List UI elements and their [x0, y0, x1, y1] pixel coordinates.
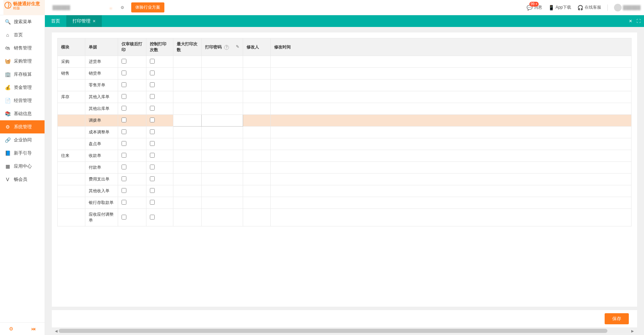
after-approve-checkbox[interactable] [122, 59, 126, 64]
sidebar-item-home[interactable]: ⌂首页 [0, 28, 45, 41]
after-approve-checkbox[interactable] [122, 141, 126, 146]
tab-fullscreen-button[interactable]: ⛶ [636, 19, 641, 24]
sidebar-item-cart[interactable]: 🛍销售管理 [0, 41, 45, 55]
cell-password[interactable] [202, 68, 243, 80]
cell-max-count[interactable] [173, 150, 202, 162]
industry-cta-button[interactable]: 体验行业方案 [131, 2, 164, 12]
topbar-right: 💬 消息 99 + 📱 App下载 🎧 在线客服 ██████ [527, 4, 641, 11]
sidebar-item-coop[interactable]: 🔗企业协同 [0, 133, 45, 147]
messages-badge: 99 + [529, 2, 539, 7]
close-icon[interactable]: ✕ [93, 19, 96, 24]
cell-doc: 费用支出单 [85, 174, 118, 185]
sidebar-item-report[interactable]: 📄经营管理 [0, 94, 45, 107]
sidebar-settings-button[interactable]: ⚙ [0, 323, 22, 335]
after-approve-checkbox[interactable] [122, 165, 126, 169]
cell-password[interactable] [202, 103, 243, 115]
sidebar-item-base[interactable]: 📚基础信息 [0, 107, 45, 120]
tab-close-all-button[interactable]: ✕ [629, 19, 632, 24]
cell-password[interactable] [202, 209, 243, 226]
messages-link[interactable]: 💬 消息 99 + [527, 4, 542, 10]
brand-logo[interactable]: 畅捷通好生意 精版 [3, 0, 45, 15]
after-approve-checkbox[interactable] [122, 94, 126, 99]
sidebar-collapse-button[interactable]: ⏮ [22, 323, 45, 335]
support-link[interactable]: 🎧 在线客服 [577, 4, 601, 10]
print-settings-panel: 模块 单据 仅审核后打印 控制打印次数 最大打印次数 打印密码 ? ✎ [52, 32, 637, 307]
cell-max-count[interactable] [173, 185, 202, 197]
ctrl-count-checkbox[interactable] [150, 129, 155, 134]
cell-password[interactable] [202, 115, 243, 127]
ctrl-count-checkbox[interactable] [150, 118, 155, 122]
cell-password[interactable] [202, 174, 243, 185]
after-approve-checkbox[interactable] [122, 71, 126, 75]
tab-1[interactable]: 打印管理✕ [66, 15, 102, 27]
cell-max-count[interactable] [173, 80, 202, 91]
cell-password[interactable] [202, 127, 243, 138]
cell-max-count[interactable] [173, 127, 202, 138]
cell-max-count[interactable] [173, 56, 202, 68]
after-approve-checkbox[interactable] [122, 82, 126, 87]
th-doc: 单据 [85, 38, 118, 56]
after-approve-checkbox[interactable] [122, 153, 126, 158]
cell-password[interactable] [202, 197, 243, 209]
horizontal-scrollbar[interactable]: ◀ ▶ [59, 329, 630, 333]
sidebar-item-stock[interactable]: 🏢库存核算 [0, 68, 45, 81]
cell-password[interactable] [202, 150, 243, 162]
cell-max-count[interactable] [173, 162, 202, 174]
ctrl-count-checkbox[interactable] [150, 200, 155, 205]
sidebar-item-guide[interactable]: 📘新手引导 [0, 147, 45, 160]
scroll-left-arrow[interactable]: ◀ [54, 329, 59, 333]
divider [607, 4, 608, 11]
after-approve-checkbox[interactable] [122, 215, 126, 220]
after-approve-checkbox[interactable] [122, 176, 126, 181]
sidebar-item-apps[interactable]: ▦应用中心 [0, 160, 45, 173]
cell-password[interactable] [202, 91, 243, 103]
after-approve-checkbox[interactable] [122, 188, 126, 193]
ctrl-count-checkbox[interactable] [150, 106, 155, 111]
gear-icon: ⚙ [9, 326, 13, 332]
app-download-link[interactable]: 📱 App下载 [548, 4, 571, 10]
cell-max-count[interactable] [173, 138, 202, 150]
save-button[interactable]: 保存 [605, 313, 629, 324]
scrollbar-thumb[interactable] [59, 329, 607, 333]
ctrl-count-checkbox[interactable] [150, 141, 155, 146]
cell-ctrl-count [146, 197, 173, 209]
cell-password[interactable] [202, 80, 243, 91]
cell-max-count[interactable] [173, 209, 202, 226]
ctrl-count-checkbox[interactable] [150, 82, 155, 87]
sidebar-item-money[interactable]: 💰资金管理 [0, 81, 45, 94]
cell-modifier [243, 209, 271, 226]
ctrl-count-checkbox[interactable] [150, 71, 155, 75]
cell-max-count[interactable] [173, 115, 202, 127]
edit-icon[interactable]: ✎ [236, 44, 239, 49]
cell-password[interactable] [202, 185, 243, 197]
after-approve-checkbox[interactable] [122, 200, 126, 205]
sidebar-item-search[interactable]: 🔍搜索菜单 [0, 15, 45, 28]
ctrl-count-checkbox[interactable] [150, 188, 155, 193]
ctrl-count-checkbox[interactable] [150, 153, 155, 158]
org-selector[interactable]: ██████ ⌄ [50, 3, 115, 12]
cell-password[interactable] [202, 138, 243, 150]
cell-password[interactable] [202, 56, 243, 68]
ctrl-count-checkbox[interactable] [150, 215, 155, 220]
cell-max-count[interactable] [173, 103, 202, 115]
after-approve-checkbox[interactable] [122, 118, 126, 122]
tab-0[interactable]: 首页 [45, 15, 66, 27]
cell-max-count[interactable] [173, 91, 202, 103]
settings-button[interactable]: ⚙ [118, 3, 126, 12]
ctrl-count-checkbox[interactable] [150, 59, 155, 64]
sidebar-item-bag[interactable]: 🧺采购管理 [0, 55, 45, 68]
sidebar-item-system[interactable]: ⚙系统管理 [0, 120, 45, 133]
ctrl-count-checkbox[interactable] [150, 94, 155, 99]
help-icon[interactable]: ? [224, 45, 229, 50]
sidebar-item-vip[interactable]: V畅会员 [0, 173, 45, 186]
cell-password[interactable] [202, 162, 243, 174]
user-menu[interactable]: ██████ [614, 4, 641, 11]
ctrl-count-checkbox[interactable] [150, 165, 155, 169]
cell-max-count[interactable] [173, 68, 202, 80]
scroll-right-arrow[interactable]: ▶ [630, 329, 635, 333]
after-approve-checkbox[interactable] [122, 106, 126, 111]
ctrl-count-checkbox[interactable] [150, 176, 155, 181]
after-approve-checkbox[interactable] [122, 129, 126, 134]
cell-max-count[interactable] [173, 197, 202, 209]
cell-max-count[interactable] [173, 174, 202, 185]
